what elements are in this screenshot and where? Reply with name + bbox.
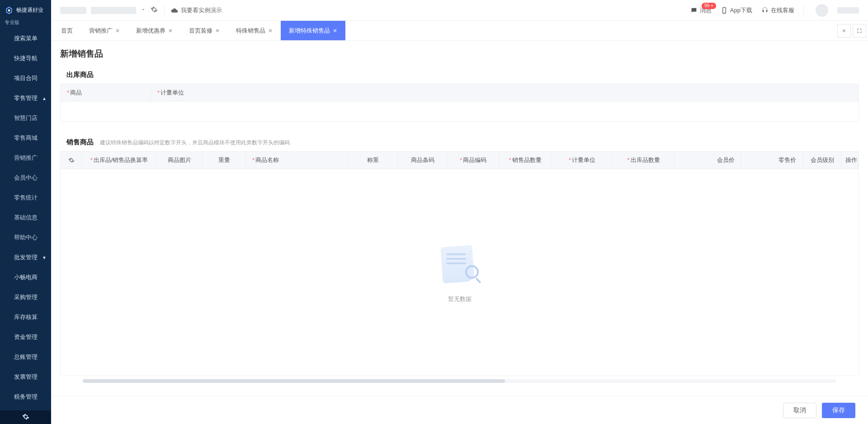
brand-icon: [5, 6, 14, 15]
org-dropdown-caret[interactable]: [141, 7, 146, 14]
app-download-label: App下载: [730, 6, 752, 14]
tab-close-all-button[interactable]: [837, 24, 851, 38]
tab-5[interactable]: 新增特殊销售品✕: [281, 21, 345, 40]
sidebar-item-0[interactable]: 搜索菜单: [0, 29, 51, 48]
sidebar-item-7[interactable]: 会员中心: [0, 168, 51, 188]
tab-label: 首页装修: [189, 27, 212, 35]
col-sale-qty: *销售品数量: [499, 152, 552, 169]
tab-close-icon[interactable]: ✕: [333, 28, 337, 34]
sidebar-item-18[interactable]: 税务管理: [0, 387, 51, 407]
col-conversion: *出库品/销售品换算率: [82, 152, 156, 169]
sidebar-item-1[interactable]: 快捷导航: [0, 48, 51, 68]
col-out-qty: *出库品数量: [613, 152, 675, 169]
org-placeholder-2: [91, 7, 136, 14]
save-button[interactable]: 保存: [822, 403, 855, 418]
topbar: 我要看实例演示 消息 99 + App下载 在线客服: [51, 0, 868, 21]
tab-3[interactable]: 首页装修✕: [181, 21, 228, 40]
sidebar-item-5[interactable]: 零售商城: [0, 128, 51, 148]
chat-icon: [690, 7, 698, 14]
col-member-level: 会员级别: [803, 152, 842, 169]
sales-table-header: *出库品/销售品换算率 商品图片 重量 *商品名称 称重 商品条码 *商品编码 …: [60, 151, 859, 169]
sidebar-item-16[interactable]: 总账管理: [0, 347, 51, 367]
horizontal-scrollbar[interactable]: [60, 378, 859, 384]
user-name-placeholder: [837, 7, 859, 14]
phone-icon: [721, 7, 728, 14]
org-settings-icon[interactable]: [151, 6, 158, 14]
org-placeholder: [60, 7, 86, 14]
column-settings-button[interactable]: [61, 152, 82, 169]
content-area: 新增销售品 出库商品 *商品 *计量单位 销售商品 建议特殊销售品编码以特定数字…: [51, 41, 868, 396]
tab-0[interactable]: 首页: [53, 21, 81, 40]
col-weighing: 称重: [348, 152, 398, 169]
demo-link-label: 我要看实例演示: [181, 6, 222, 14]
sidebar-item-10[interactable]: 帮助中心: [0, 228, 51, 248]
tab-close-icon[interactable]: ✕: [215, 28, 220, 34]
outbound-columns: *商品 *计量单位: [60, 84, 859, 102]
app-download-button[interactable]: App下载: [721, 6, 752, 14]
sidebar-item-15[interactable]: 资金管理: [0, 327, 51, 347]
online-service-label: 在线客服: [771, 6, 794, 14]
online-service-button[interactable]: 在线客服: [761, 6, 794, 14]
tab-label: 新增优惠券: [136, 27, 165, 35]
col-code: *商品编码: [448, 152, 499, 169]
user-avatar[interactable]: [816, 4, 828, 17]
brand-name: 畅捷通好业: [16, 7, 43, 13]
cancel-button[interactable]: 取消: [783, 403, 816, 418]
col-weight: 重量: [203, 152, 246, 169]
col-member-price: 会员价: [675, 152, 741, 169]
sidebar-item-13[interactable]: 采购管理: [0, 287, 51, 307]
tab-close-icon[interactable]: ✕: [115, 28, 120, 34]
sales-title: 销售商品: [66, 138, 94, 147]
tab-close-icon[interactable]: ✕: [268, 28, 273, 34]
sidebar: 畅捷通好业 专业版 搜索菜单快捷导航项目合同零售管理▲智慧门店零售商城营销推广会…: [0, 0, 51, 424]
caret-icon: ▲: [42, 96, 47, 101]
empty-text: 暂无数据: [448, 295, 472, 303]
tab-fullscreen-button[interactable]: [853, 24, 866, 38]
page-title: 新增销售品: [60, 48, 859, 60]
sales-hint: 建议特殊销售品编码以特定数字开头，并且商品模块不使用此类数字开头的编码: [100, 139, 290, 147]
svg-point-0: [8, 10, 10, 12]
tab-label: 营销推广: [89, 27, 113, 35]
outbound-title: 出库商品: [60, 66, 859, 84]
outbound-empty-row[interactable]: [60, 102, 859, 122]
tab-label: 新增特殊销售品: [289, 27, 330, 35]
sidebar-item-8[interactable]: 零售统计: [0, 188, 51, 208]
sidebar-item-3[interactable]: 零售管理▲: [0, 88, 51, 108]
tab-close-icon[interactable]: ✕: [168, 28, 173, 34]
svg-point-2: [724, 12, 724, 13]
tab-2[interactable]: 新增优惠券✕: [128, 21, 181, 40]
tab-4[interactable]: 特殊销售品✕: [228, 21, 281, 40]
messages-badge: 99 +: [702, 3, 716, 9]
sidebar-item-17[interactable]: 发票管理: [0, 367, 51, 387]
sales-table-body: 暂无数据: [60, 169, 859, 376]
tab-label: 首页: [61, 27, 73, 35]
settings-gear-icon[interactable]: [22, 413, 29, 422]
col-operation: 操作: [842, 152, 859, 169]
tab-label: 特殊销售品: [236, 27, 265, 35]
col-image: 商品图片: [156, 152, 203, 169]
demo-link[interactable]: 我要看实例演示: [171, 6, 222, 14]
sidebar-item-4[interactable]: 智慧门店: [0, 108, 51, 128]
col-unit: *计量单位: [552, 152, 613, 169]
sales-header: 销售商品 建议特殊销售品编码以特定数字开头，并且商品模块不使用此类数字开头的编码: [60, 133, 859, 151]
col-barcode: 商品条码: [398, 152, 448, 169]
sidebar-item-11[interactable]: 批发管理▼: [0, 248, 51, 267]
caret-icon: ▼: [42, 255, 47, 260]
sidebar-item-2[interactable]: 项目合同: [0, 68, 51, 88]
tab-1[interactable]: 营销推广✕: [81, 21, 128, 40]
sidebar-menu: 搜索菜单快捷导航项目合同零售管理▲智慧门店零售商城营销推广会员中心零售统计基础信…: [0, 29, 51, 410]
col-name: *商品名称: [246, 152, 348, 169]
sidebar-item-14[interactable]: 库存核算: [0, 307, 51, 327]
outbound-col-unit: *计量单位: [151, 84, 859, 101]
cloud-icon: [171, 7, 178, 14]
col-retail-price: 零售价: [741, 152, 803, 169]
tab-bar: 首页营销推广✕新增优惠券✕首页装修✕特殊销售品✕新增特殊销售品✕: [51, 21, 868, 41]
sidebar-item-9[interactable]: 基础信息: [0, 208, 51, 228]
sidebar-item-12[interactable]: 小畅电商: [0, 267, 51, 287]
messages-button[interactable]: 消息 99 +: [690, 6, 712, 14]
sidebar-item-6[interactable]: 营销推广: [0, 148, 51, 168]
footer: 取消 保存: [51, 396, 868, 424]
outbound-section: 出库商品 *商品 *计量单位: [60, 66, 859, 122]
brand-logo: 畅捷通好业: [0, 0, 51, 21]
empty-illustration: [433, 242, 487, 287]
